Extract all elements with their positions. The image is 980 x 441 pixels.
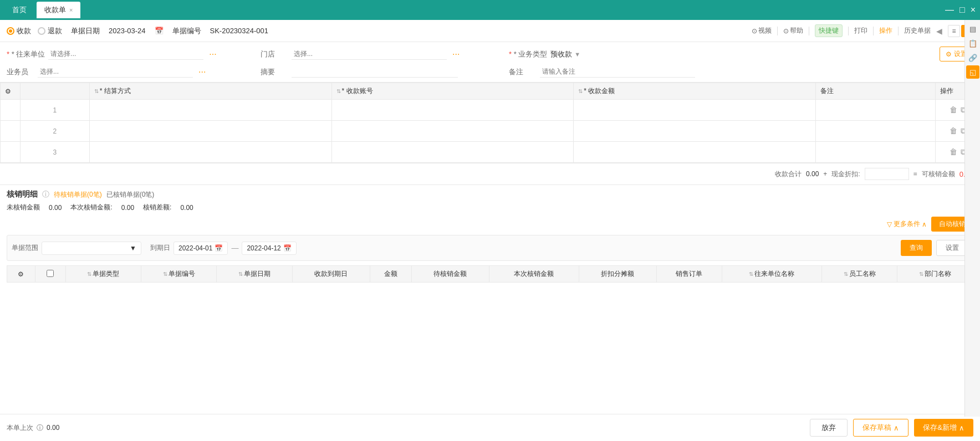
row-amount-1[interactable] (574, 100, 816, 121)
tab-close-icon[interactable]: × (69, 7, 73, 13)
summary-input[interactable] (292, 66, 458, 78)
summary-row: 收款合计 0.00 + 现金折扣: = 可核销金额 0.00 (0, 163, 980, 185)
side-btn-3[interactable]: 🔗 (966, 51, 979, 64)
layout-list-btn[interactable]: ≡ (948, 25, 960, 37)
biz-type-arrow: ▼ (574, 51, 580, 58)
side-btn-2[interactable]: 📋 (966, 37, 979, 50)
side-btn-4[interactable]: ◱ (966, 65, 979, 79)
unchecked-val: 0.00 (49, 204, 62, 212)
row-remark-3[interactable] (816, 142, 936, 163)
save-draft-btn[interactable]: 保存草稿 ∧ (853, 419, 908, 437)
save-new-btn[interactable]: 保存&新增 ∧ (914, 419, 973, 437)
more-conditions-btn[interactable]: ▽ 更多条件 ∧ (887, 219, 927, 229)
nav-left-icon[interactable]: ◀ (936, 27, 942, 35)
row-amount-2[interactable] (574, 121, 816, 142)
row-method-1[interactable] (89, 100, 331, 121)
date-from-input[interactable]: 2022-04-01 📅 (173, 242, 228, 255)
biz-type-field: * 业务类型 预收款 ▼ (509, 49, 935, 59)
main-container: 收款 退款 单据日期 2023-03-24 📅 单据编号 SK-20230324… (0, 20, 980, 441)
counterparty-more-btn[interactable]: ··· (207, 49, 218, 59)
counterparty-input[interactable] (48, 48, 203, 60)
salesperson-input[interactable] (38, 66, 193, 78)
radio-tui[interactable]: 退款 (38, 26, 62, 36)
col-amount: ⇅* 收款金额 (574, 83, 816, 100)
biz-type-label: * 业务类型 (509, 49, 547, 59)
history-btn[interactable]: 历史单据 (904, 26, 931, 35)
help-btn[interactable]: ⊙ 帮助 (783, 26, 803, 35)
info-icon[interactable]: ⓘ (42, 189, 49, 199)
calendar-icon[interactable]: 📅 (155, 27, 164, 35)
equal-sign: = (913, 170, 917, 178)
video-btn[interactable]: ⊙ 视频 (752, 26, 772, 35)
maximize-icon[interactable]: □ (959, 5, 965, 15)
side-btn-1[interactable]: ▤ (966, 22, 979, 35)
done-link[interactable]: 已核销单据(0笔) (106, 190, 155, 199)
date-to-value: 2022-04-12 (247, 244, 280, 252)
print-btn[interactable]: 打印 (854, 26, 867, 35)
tab-active[interactable]: 收款单 × (37, 2, 80, 18)
row-account-3[interactable] (331, 142, 574, 163)
operate-btn[interactable]: 操作 (879, 26, 892, 35)
row-account-1[interactable] (331, 100, 574, 121)
table-row: 3 🗑 ⧉ (1, 142, 980, 163)
rcol-checkbox[interactable] (35, 266, 65, 283)
available-label: 可核销金额 (922, 170, 955, 179)
radio-shou-label: 收款 (17, 26, 31, 36)
total-label: 收款合计 (775, 170, 802, 179)
date-to-input[interactable]: 2022-04-12 📅 (242, 242, 296, 255)
unchecked-label: 未核销金额 (7, 203, 40, 212)
abandon-btn[interactable]: 放弃 (810, 419, 848, 437)
row-checkbox-2 (1, 121, 21, 142)
row-method-2[interactable] (89, 121, 331, 142)
row-remark-1[interactable] (816, 100, 936, 121)
query-btn[interactable]: 查询 (901, 240, 932, 256)
row-checkbox-3 (1, 142, 21, 163)
radio-tui-label: 退款 (48, 26, 62, 36)
biz-type-select[interactable]: 预收款 ▼ (550, 49, 580, 59)
counterparty-field: * 往来单位 ··· (7, 48, 256, 60)
delete-icon-1[interactable]: 🗑 (950, 105, 957, 115)
tab-bar-left: 首页 收款单 × (4, 2, 80, 18)
col-remark: 备注 (816, 83, 936, 100)
tab-bar-right: — □ × (945, 5, 976, 15)
rcol-settings[interactable]: ⚙ (7, 266, 35, 283)
divider-5 (898, 27, 899, 35)
form-section: * 往来单位 ··· 门店 ··· * 业务类型 预收款 ▼ ⚙ 设置 (0, 42, 980, 83)
summary-field: 摘要 (261, 66, 504, 78)
date-from-value: 2022-04-01 (178, 244, 212, 252)
radio-shou[interactable]: 收款 (7, 26, 31, 36)
discount-input[interactable] (865, 168, 909, 180)
tab-home[interactable]: 首页 (4, 2, 34, 18)
limit-info-icon[interactable]: ⓘ (37, 423, 43, 433)
store-more-btn[interactable]: ··· (450, 49, 462, 59)
close-icon[interactable]: × (971, 5, 976, 15)
row-account-2[interactable] (331, 121, 574, 142)
range-field: 单据范围 ▼ (12, 242, 141, 255)
shortcut-btn[interactable]: 快捷键 (815, 24, 843, 37)
rcol-date: ⇅单据日期 (217, 266, 292, 283)
row-amount-3[interactable] (574, 142, 816, 163)
col-settings[interactable]: ⚙ (1, 83, 21, 100)
section-title: 核销明细 ⓘ 待核销单据(0笔) 已核销单据(0笔) (7, 189, 973, 199)
delete-icon-2[interactable]: 🗑 (950, 126, 957, 136)
pending-link[interactable]: 待核销单据(0笔) (54, 190, 102, 199)
toolbar: 收款 退款 单据日期 2023-03-24 📅 单据编号 SK-20230324… (0, 20, 980, 42)
reconcile-settings-btn[interactable]: 设置 (936, 240, 968, 256)
minimize-icon[interactable]: — (945, 5, 954, 15)
range-select[interactable]: ▼ (42, 242, 141, 255)
row-num-2: 2 (21, 121, 90, 142)
tab-active-label: 收款单 (44, 5, 66, 15)
row-method-3[interactable] (89, 142, 331, 163)
table-section: ⚙ ⇅* 结算方式 ⇅* 收款账号 ⇅* 收款金额 备注 操作 1 (0, 83, 980, 163)
rcol-dept: ⇅部门名称 (897, 266, 973, 283)
salesperson-more-btn[interactable]: ··· (196, 67, 208, 77)
delete-icon-3[interactable]: 🗑 (950, 147, 957, 157)
row-remark-2[interactable] (816, 121, 936, 142)
filter-row: 单据范围 ▼ 到期日 2022-04-01 📅 — 2022-04-12 📅 (7, 235, 973, 261)
remark-input[interactable] (540, 66, 695, 78)
reconcile-table-wrapper: ⚙ ⇅单据类型 ⇅单据编号 ⇅单据日期 收款到期日 金额 待核销金额 本次核销金… (7, 265, 973, 283)
store-input[interactable] (292, 48, 447, 60)
save-new-label: 保存&新增 (923, 423, 957, 433)
form-row-1: * 往来单位 ··· 门店 ··· * 业务类型 预收款 ▼ ⚙ 设置 (7, 47, 973, 61)
select-all-checkbox[interactable] (47, 270, 54, 277)
